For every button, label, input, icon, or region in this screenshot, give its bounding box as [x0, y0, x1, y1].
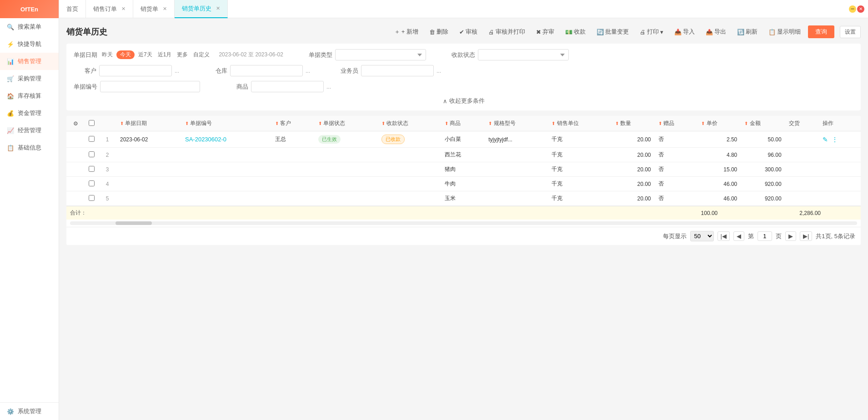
- row-paystatus: 已收款: [378, 131, 441, 148]
- shortcut-7days[interactable]: 近7天: [136, 50, 154, 59]
- last-page-button[interactable]: ▶|: [800, 231, 812, 241]
- export-button[interactable]: 📤 导出: [702, 26, 730, 38]
- warehouse-dots[interactable]: ...: [306, 68, 310, 74]
- filter-warehouse-label: 仓库: [205, 67, 227, 75]
- customer-input[interactable]: [99, 65, 172, 76]
- filter-salesperson-label: 业务员: [336, 67, 358, 75]
- sidebar-item-search-menu[interactable]: 🔍 搜索菜单: [0, 18, 59, 35]
- page-input[interactable]: [758, 231, 772, 241]
- col-gift-header[interactable]: ⬆ 赠品: [655, 116, 698, 131]
- row-check[interactable]: [85, 191, 98, 206]
- sidebar-item-basic-info[interactable]: 📋 基础信息: [0, 139, 59, 156]
- shortcut-yesterday[interactable]: 昨天: [100, 50, 115, 59]
- tab-sales-history[interactable]: 销货单历史 ✕: [175, 0, 228, 18]
- salesperson-dots[interactable]: ...: [437, 68, 441, 74]
- row-amount: 920.00: [741, 177, 785, 191]
- shortcut-today[interactable]: 今天: [116, 50, 135, 59]
- window-minimize[interactable]: ─: [849, 5, 856, 13]
- tab-sales-order[interactable]: 销售订单 ✕: [86, 0, 133, 18]
- sidebar-item-operations[interactable]: 📈 经营管理: [0, 122, 59, 139]
- shortcut-1month[interactable]: 近1月: [156, 50, 174, 59]
- close-tab-sales-delivery[interactable]: ✕: [163, 6, 167, 12]
- edit-icon[interactable]: ✎: [823, 136, 828, 143]
- sidebar-item-finance[interactable]: 💰 资金管理: [0, 105, 59, 122]
- collapse-button[interactable]: ∧ 收起更多条件: [443, 97, 485, 105]
- setting-button[interactable]: 设置: [840, 26, 861, 38]
- first-page-button[interactable]: |◀: [717, 231, 730, 241]
- sidebar-item-purchase-mgmt[interactable]: 🛒 采购管理: [0, 70, 59, 87]
- row-docno[interactable]: [181, 177, 271, 191]
- show-detail-button[interactable]: 📋 显示明细: [765, 26, 804, 38]
- customer-dots[interactable]: ...: [175, 68, 179, 74]
- import-button[interactable]: 📥 导入: [671, 26, 698, 38]
- col-docno-header[interactable]: ⬆ 单据编号: [181, 116, 271, 131]
- review-print-button[interactable]: 🖨 审核并打印: [485, 26, 529, 38]
- col-price-header[interactable]: ⬆ 单价: [697, 116, 741, 131]
- more-icon[interactable]: ⋮: [832, 136, 838, 143]
- row-docstatus: [315, 148, 378, 162]
- review-button[interactable]: ✔ 审核: [456, 26, 481, 38]
- table-header: ⚙ ⬆ 单据日期 ⬆ 单据编号 ⬆ 客户 ⬆ 单据状态 ⬆ 收款状态 ⬆ 商品 …: [66, 116, 861, 131]
- close-tab-sales-order[interactable]: ✕: [121, 6, 125, 12]
- sidebar-item-quick-nav[interactable]: ⚡ 快捷导航: [0, 35, 59, 53]
- abandon-button[interactable]: ✖ 弃审: [532, 26, 558, 38]
- goods-dots[interactable]: ...: [326, 84, 331, 90]
- col-docstatus-header[interactable]: ⬆ 单据状态: [315, 116, 378, 131]
- row-docno[interactable]: [181, 162, 271, 177]
- query-button[interactable]: 查询: [808, 25, 834, 38]
- row-docno[interactable]: [181, 191, 271, 206]
- next-page-button[interactable]: ▶: [785, 231, 796, 241]
- salesperson-input[interactable]: [361, 65, 434, 76]
- shortcut-more[interactable]: 更多: [175, 50, 190, 59]
- row-docno[interactable]: SA-20230602-0: [181, 131, 271, 148]
- tab-sales-delivery[interactable]: 销货单 ✕: [133, 0, 175, 18]
- col-amount-header[interactable]: ⬆ 金额: [741, 116, 785, 131]
- sidebar-item-inventory[interactable]: 🏠 库存核算: [0, 87, 59, 105]
- close-tab-sales-history[interactable]: ✕: [216, 5, 220, 11]
- row-check[interactable]: [85, 131, 98, 148]
- sidebar-item-sales-mgmt[interactable]: 📊 销售管理: [0, 53, 59, 70]
- refresh-button[interactable]: 🔃 刷新: [733, 26, 761, 38]
- sort-unit-icon: ⬆: [552, 121, 555, 126]
- prev-page-button[interactable]: ◀: [733, 231, 744, 241]
- payment-status-select[interactable]: [478, 49, 569, 60]
- review-icon: ✔: [459, 29, 464, 35]
- col-paystatus-header[interactable]: ⬆ 收款状态: [378, 116, 441, 131]
- scrollbar-thumb[interactable]: [115, 221, 152, 225]
- col-unit-header[interactable]: ⬆ 销售单位: [548, 116, 611, 131]
- row-unit: 千克: [548, 131, 611, 148]
- row-docstatus: [315, 191, 378, 206]
- col-customer-header[interactable]: ⬆ 客户: [271, 116, 315, 131]
- collect-button[interactable]: 💵 收款: [562, 26, 589, 38]
- check-all[interactable]: [89, 120, 95, 126]
- batch-change-button[interactable]: 🔄 批量变更: [593, 26, 632, 38]
- row-check[interactable]: [85, 148, 98, 162]
- warehouse-input[interactable]: [230, 65, 303, 76]
- col-settings-header[interactable]: ⚙: [66, 116, 85, 131]
- window-close[interactable]: ✕: [857, 5, 864, 13]
- col-qty-header[interactable]: ⬆ 数量: [612, 116, 655, 131]
- shortcut-custom[interactable]: 自定义: [191, 50, 211, 59]
- doc-type-select[interactable]: [335, 49, 426, 60]
- tab-home[interactable]: 首页: [59, 0, 86, 18]
- footer-label: 合计：: [70, 209, 97, 217]
- delete-button[interactable]: 🗑 删除: [426, 26, 452, 38]
- row-check[interactable]: [85, 177, 98, 191]
- row-amount: 50.00: [741, 131, 785, 148]
- new-button[interactable]: ＋ + 新增: [391, 26, 422, 38]
- toolbar: ＋ + 新增 🗑 删除 ✔ 审核 🖨 审核并打印 ✖ 弃审: [391, 25, 861, 38]
- scrollbar-track[interactable]: [70, 221, 857, 225]
- page-size-select[interactable]: 50 100: [690, 231, 714, 241]
- col-spec-header[interactable]: ⬆ 规格型号: [485, 116, 548, 131]
- row-price: 46.00: [697, 191, 741, 206]
- col-date-header[interactable]: ⬆ 单据日期: [116, 116, 181, 131]
- print-button[interactable]: 🖨 打印 ▾: [636, 26, 667, 38]
- row-check[interactable]: [85, 162, 98, 177]
- col-goods-header[interactable]: ⬆ 商品: [441, 116, 485, 131]
- goods-input[interactable]: [251, 81, 324, 92]
- row-action: [819, 148, 861, 162]
- row-paystatus: [378, 162, 441, 177]
- row-docno[interactable]: [181, 148, 271, 162]
- sidebar-item-sys-mgmt[interactable]: ⚙️ 系统管理: [0, 403, 59, 420]
- docno-input[interactable]: [100, 81, 200, 92]
